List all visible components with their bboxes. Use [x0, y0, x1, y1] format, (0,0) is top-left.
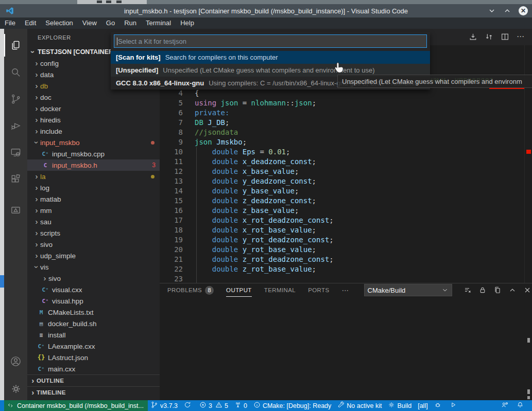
tree-item[interactable]: › sivo	[27, 273, 160, 284]
explorer-icon[interactable]	[4, 34, 27, 57]
status-item[interactable]: [all]	[415, 400, 431, 411]
tree-item[interactable]: M CMakeLists.txt	[27, 307, 160, 318]
search-icon[interactable]	[4, 61, 27, 83]
code-line[interactable]: 10 double Eps = 0.01;	[160, 147, 532, 157]
account-icon[interactable]	[4, 350, 27, 372]
quickpick-input[interactable]: Select a Kit for testjson	[114, 34, 427, 48]
code-line[interactable]: 18 double x_rot_base_value;	[160, 225, 532, 235]
status-item[interactable]	[498, 400, 513, 411]
open-in-editor-icon[interactable]	[493, 286, 502, 294]
panel-tab[interactable]: TERMINAL	[264, 283, 296, 297]
menu-item[interactable]: Go	[101, 17, 119, 29]
code-line[interactable]: 13 double y_deadzone_const;	[160, 176, 532, 186]
tree-item[interactable]: › include	[27, 126, 160, 137]
close-panel-icon[interactable]	[523, 286, 531, 294]
quickpick-item[interactable]: [Scan for kits] Search for compilers on …	[111, 51, 430, 64]
panel-tab[interactable]: PROBLEMS 8	[167, 283, 214, 297]
code-line[interactable]: 5 using json = nlohmann::json;	[160, 98, 532, 108]
output-line[interactable]	[167, 330, 532, 340]
code-line[interactable]: 4 {	[160, 88, 532, 98]
open-changes-icon[interactable]	[485, 32, 493, 41]
menu-item[interactable]: Selection	[41, 17, 77, 29]
output-line[interactable]	[167, 350, 532, 360]
panel-tab[interactable]: PORTS	[308, 283, 329, 297]
tree-item[interactable]: {} LAstruct.json	[27, 352, 160, 363]
output-line[interactable]	[167, 311, 532, 320]
output-line[interactable]	[167, 379, 532, 389]
code-line[interactable]: 15 double z_deadzone_const;	[160, 196, 532, 206]
output-line[interactable]	[167, 369, 532, 379]
tree-item[interactable]: C⁺ LAexample.cxx	[27, 341, 160, 352]
panel-tab[interactable]: OUTPUT	[226, 283, 252, 297]
source-control-icon[interactable]	[4, 87, 27, 110]
tree-item[interactable]: › matlab	[27, 193, 160, 205]
output-line[interactable]	[167, 340, 532, 350]
status-item[interactable]: 5	[215, 400, 231, 411]
tree-item[interactable]: › input_mskbo	[27, 137, 160, 148]
tree-item[interactable]: C⁺ visual.hpp	[27, 295, 160, 307]
close-icon[interactable]: ✕	[519, 6, 528, 15]
tree-item[interactable]: › docker	[27, 103, 160, 114]
tree-item[interactable]: C input_mskbo.h 3	[27, 159, 160, 171]
tree-item[interactable]: › la	[27, 171, 160, 182]
status-item[interactable]: Build	[385, 400, 415, 411]
tree-item[interactable]: › vis	[27, 261, 160, 273]
output-line[interactable]	[167, 301, 532, 311]
output-line[interactable]	[167, 320, 532, 330]
tree-item[interactable]: ▤ docker_build.sh	[27, 318, 160, 329]
status-item[interactable]: No active kit	[334, 400, 385, 411]
code-line[interactable]: 11 double x_deadzone_const;	[160, 157, 532, 167]
output-line[interactable]	[167, 360, 532, 369]
tree-item[interactable]: › sau	[27, 216, 160, 227]
tree-item[interactable]: › hiredis	[27, 114, 160, 126]
tree-item[interactable]: ≡ install	[27, 329, 160, 341]
code-line[interactable]: 19 double y_rot_deadzone_const;	[160, 235, 532, 245]
menu-item[interactable]: Terminal	[141, 17, 176, 29]
menu-item[interactable]: Edit	[20, 17, 41, 29]
status-item[interactable]: v3.7.3	[148, 400, 181, 411]
status-item[interactable]: CMake: [Debug]: Ready	[250, 400, 334, 411]
menu-item[interactable]: Help	[176, 17, 199, 29]
status-item[interactable]	[181, 400, 196, 411]
menu-item[interactable]: File	[0, 17, 20, 29]
extensions-icon[interactable]	[4, 168, 27, 190]
tree-item[interactable]: C⁺ input_mskbo.cpp	[27, 148, 160, 159]
code-line[interactable]: 17 double x_rot_deadzone_const;	[160, 216, 532, 225]
remote-explorer-icon[interactable]	[4, 141, 27, 164]
menu-item[interactable]: View	[78, 17, 101, 29]
status-item[interactable]	[431, 400, 447, 411]
status-item[interactable]: 0	[231, 400, 250, 411]
tree-item[interactable]: C⁺ visual.cxx	[27, 284, 160, 295]
code-line[interactable]: 20 double y_rot_base_value;	[160, 245, 532, 255]
sidebar-section-header[interactable]: › OUTLINE	[27, 374, 160, 386]
code-line[interactable]: 21 double z_rot_deadzone_const;	[160, 255, 532, 264]
more-actions-icon[interactable]: ⋯	[517, 32, 525, 41]
tree-item[interactable]: › sivo	[27, 239, 160, 250]
menu-item[interactable]: Run	[119, 17, 141, 29]
cmake-tools-icon[interactable]	[4, 199, 27, 221]
tree-item[interactable]: › mm	[27, 205, 160, 216]
code-line[interactable]: 7 DB J_DB;	[160, 118, 532, 128]
code-line[interactable]: 8 //jsondata	[160, 128, 532, 137]
tree-item[interactable]: › udp_simple	[27, 250, 160, 261]
tree-item[interactable]: › scripts	[27, 227, 160, 239]
output-channel-select[interactable]: CMake/Build	[364, 284, 452, 296]
code-line[interactable]: 6 private:	[160, 108, 532, 118]
code-line[interactable]: 22 double z_rot_base_value;	[160, 264, 532, 274]
sidebar-section-header[interactable]: › TIMELINE	[27, 386, 160, 398]
code-line[interactable]: 14 double y_base_value;	[160, 186, 532, 196]
status-item[interactable]	[513, 400, 529, 411]
code-line[interactable]: 9 json Jmskbo;	[160, 137, 532, 147]
tree-item[interactable]: C⁺ main.cxx	[27, 363, 160, 374]
clear-output-icon[interactable]	[464, 286, 472, 294]
status-item[interactable]	[447, 400, 462, 411]
run-debug-icon[interactable]	[4, 114, 27, 137]
run-install-icon[interactable]	[469, 32, 477, 41]
remote-indicator[interactable]: Container mskbo_build (/mskbo_build_inst…	[4, 400, 148, 411]
minimize-icon[interactable]	[488, 7, 496, 15]
status-item[interactable]: 3	[196, 400, 215, 411]
split-editor-icon[interactable]	[501, 32, 509, 41]
code-line[interactable]: 23	[160, 274, 532, 283]
code-line[interactable]: 16 double z_base_value;	[160, 206, 532, 216]
tree-item[interactable]: › doc	[27, 92, 160, 103]
